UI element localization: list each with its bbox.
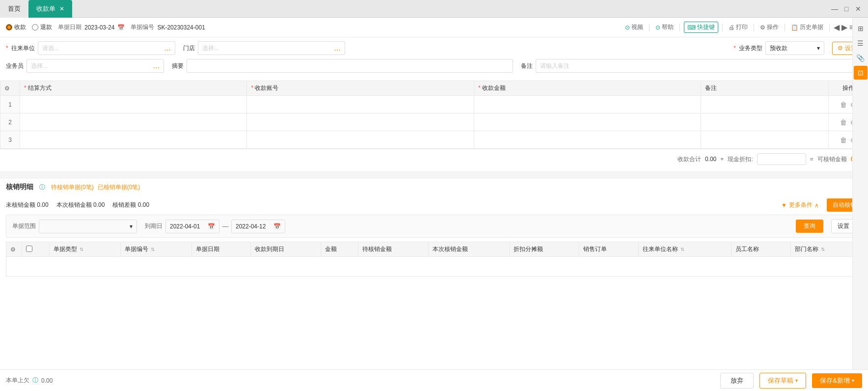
sidebar-scan-icon[interactable]: ⊡ [854,66,868,80]
gear-icon: ⚙ [838,45,843,52]
unverified-stat: 未核销金额 0.00 [6,201,49,209]
range-select[interactable]: ▾ [39,220,137,233]
chevron-up-icon: ∧ [814,202,819,209]
cell-account-1[interactable] [247,96,474,113]
cell-settle-1[interactable] [20,96,247,113]
counterparty-dots-icon[interactable]: ... [164,44,170,53]
sort-cp-icon[interactable]: ⇅ [680,247,684,252]
calendar-end-icon[interactable]: 📅 [273,223,281,230]
sort-dept-icon[interactable]: ⇅ [821,247,825,252]
salesperson-dots-icon[interactable]: ... [153,61,160,70]
due-date-start-input[interactable]: 2022-04-01 📅 [165,220,219,233]
cell-remark-3[interactable] [701,131,829,149]
select-all-checkbox[interactable] [26,246,32,252]
tab-pending[interactable]: 待核销单据(0笔) [51,183,94,192]
receipt-tab-label: 收款单 [36,4,55,13]
cell-account-3[interactable] [247,131,474,149]
header-actions: ⊙ 视频 ⊙ 帮助 ⌨ 快捷键 🖨 打印 ⚙ 操作 [623,22,862,33]
tab-done[interactable]: 已核销单据(0笔) [98,183,140,192]
window-controls: — □ ✕ [831,5,868,13]
th-discount: 折扣分摊额 [509,242,579,257]
divider-2 [679,24,680,31]
counterparty-input[interactable]: 请选... ... [38,41,175,55]
divider-5 [785,24,785,31]
verify-section: 核销明细 ⓘ 待核销单据(0笔) 已核销单据(0笔) 未核销金额 0.00 本次… [0,179,868,280]
filter-icon: ▼ [781,202,787,209]
salesperson-input[interactable]: 选择... ... [27,59,164,73]
delete-row-3-icon[interactable]: 🗑 [840,136,847,144]
table-row: 1 🗑 ⊕ [0,96,868,113]
ops-icon: ⚙ [760,24,765,31]
store-field: 门店 选择... ... [183,41,726,55]
calendar-icon[interactable]: 📅 [117,24,125,31]
th-settle-method: * 结算方式 [20,81,247,96]
tab-home[interactable]: 首页 [0,0,28,18]
print-btn[interactable]: 🖨 打印 [727,22,750,32]
bottom-table: ⚙ 单据类型 ⇅ 单据编号 ⇅ 单据日期 [6,242,862,277]
cell-remark-1[interactable] [701,96,829,113]
sort-number-icon[interactable]: ⇅ [151,247,155,252]
remark-input[interactable]: 请输入备注 [536,59,862,73]
range-field: 单据范围 ▾ [12,220,137,233]
bottom-table-empty-row [6,257,862,277]
th-amount: * 收款金额 [474,81,701,96]
cell-remark-2[interactable] [701,113,829,131]
delete-row-1-icon[interactable]: 🗑 [840,101,847,109]
history-btn[interactable]: 📋 历史单据 [789,22,825,32]
verify-header: 核销明细 ⓘ 待核销单据(0笔) 已核销单据(0笔) [6,183,862,192]
table-gear-icon[interactable]: ⚙ [4,85,10,92]
cell-amount-2[interactable] [474,113,701,131]
video-btn[interactable]: ⊙ 视频 [623,22,645,32]
shortcut-btn[interactable]: ⌨ 快捷键 [684,22,718,33]
close-btn[interactable]: ✕ [854,5,862,13]
radio-receive[interactable]: 收款 [6,23,26,31]
delete-row-2-icon[interactable]: 🗑 [840,118,847,126]
tab-close-icon[interactable]: ✕ [59,5,64,12]
minimize-btn[interactable]: — [831,5,839,13]
discount-input[interactable] [757,153,806,165]
table-row: 3 🗑 ⊕ [0,131,868,149]
th-number: 单据编号 ⇅ [120,242,191,257]
more-conditions-btn[interactable]: ▼ 更多条件 ∧ [781,201,819,209]
abandon-btn[interactable]: 放弃 [720,373,754,389]
save-new-btn[interactable]: 保存&新增 ▾ [812,373,862,388]
print-icon: 🖨 [729,24,734,31]
calendar-start-icon[interactable]: 📅 [208,223,215,230]
bottom-table-container: ⚙ 单据类型 ⇅ 单据编号 ⇅ 单据日期 [6,242,862,277]
cell-amount-1[interactable] [474,96,701,113]
radio-refund[interactable]: 退款 [32,23,52,31]
save-draft-btn[interactable]: 保存草稿 ▾ [760,373,806,389]
sidebar-attachment-icon[interactable]: 📎 [854,51,868,65]
business-type-field: * 业务类型 预收款 ▾ [733,41,824,55]
date-field: 单据日期 2023-03-24 📅 [58,23,125,31]
ops-btn[interactable]: ⚙ 操作 [758,22,781,32]
cell-account-2[interactable] [247,113,474,131]
cell-settle-2[interactable] [20,113,247,131]
sidebar-table-icon[interactable]: ⊞ [854,22,868,35]
prev-panel-icon[interactable]: ◀ [834,23,840,32]
history-icon: 📋 [791,24,798,31]
th-current: 本次核销金额 [428,242,509,257]
summary-field: 摘要 [172,59,513,73]
th-dept: 部门名称 ⇅ [790,242,862,257]
home-tab-label: 首页 [8,4,21,13]
sort-type-icon[interactable]: ⇅ [80,247,83,252]
bottom-gear-icon[interactable]: ⚙ [10,246,16,253]
store-input[interactable]: 选择... ... [198,41,345,55]
sidebar-list-icon[interactable]: ☰ [854,36,868,50]
store-dots-icon[interactable]: ... [334,44,340,53]
summary-input[interactable] [187,59,513,73]
tab-receipt[interactable]: 收款单 ✕ [28,0,72,18]
cell-settle-3[interactable] [20,131,247,149]
business-type-select[interactable]: 预收款 ▾ [765,41,824,55]
help-btn[interactable]: ⊙ 帮助 [653,22,676,32]
range-chevron-icon: ▾ [130,223,133,230]
cell-amount-3[interactable] [474,131,701,149]
next-panel-icon[interactable]: ▶ [841,23,847,32]
video-icon: ⊙ [625,24,630,31]
maximize-btn[interactable]: □ [842,5,850,13]
info-icon: ⓘ [39,183,45,192]
due-date-end-input[interactable]: 2022-04-12 📅 [231,220,285,233]
number-field: 单据编号 SK-20230324-001 [131,23,205,31]
query-btn[interactable]: 查询 [796,220,823,233]
